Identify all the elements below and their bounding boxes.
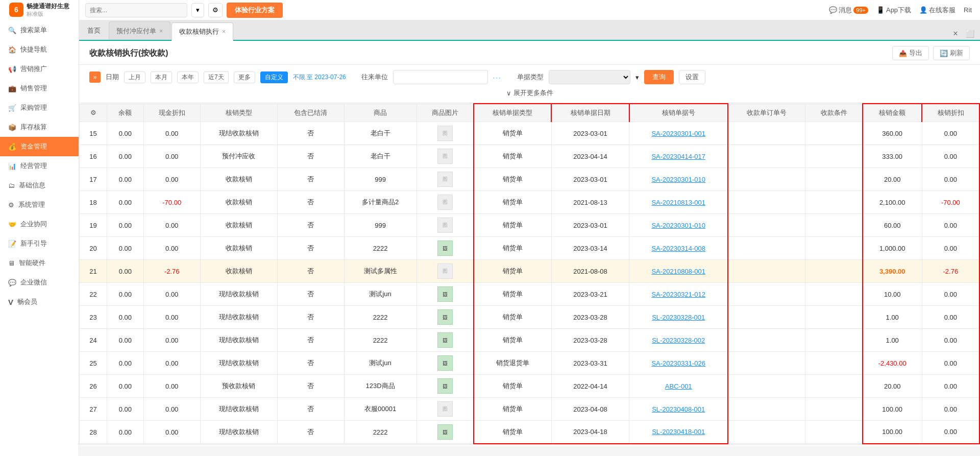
tab-close-prepay[interactable]: × [159,28,163,35]
partner-dots[interactable]: ··· [493,74,502,81]
cell-writeoff: 0.00 [922,329,979,352]
export-button[interactable]: 📤 导出 [892,46,929,60]
sidebar-item-search[interactable]: 🔍 搜索菜单 [0,20,79,40]
dropdown-button[interactable]: ▾ [191,3,204,17]
cell-seq: 17 [80,168,107,191]
tab-close-writeoff[interactable]: × [222,28,226,35]
last-month-btn[interactable]: 上月 [124,71,145,83]
cell-img: 图 [416,260,474,283]
sidebar-item-purchase[interactable]: 🛒 采购管理 [0,98,79,117]
cell-type: 现结收款核销 [200,398,277,421]
sidebar-item-wxwork[interactable]: 💬 企业微信 [0,273,79,292]
cell-settled: 否 [277,329,344,352]
sidebar-item-nav[interactable]: 🏠 快捷导航 [0,40,79,59]
refresh-button[interactable]: 🔄 刷新 [933,46,970,60]
cell-goods: 测试jun [344,283,416,306]
cell-seq: 15 [80,122,107,145]
cell-bill-type: 销货单 [474,329,551,352]
cell-condition [805,421,863,444]
trial-button[interactable]: 体验行业方案 [227,3,283,18]
sidebar-item-collab[interactable]: 🤝 企业协同 [0,214,79,234]
sidebar-item-system[interactable]: ⚙ 系统管理 [0,195,79,214]
cell-bill-no[interactable]: SA-20230331-026 [629,352,728,375]
cell-discount: 0.00 [143,375,200,398]
cell-settled: 否 [277,352,344,375]
cell-balance: 0.00 [107,283,144,306]
cell-bill-no[interactable]: SA-20230301-001 [629,122,728,145]
cell-bill-date: 2023-03-21 [551,283,629,306]
sidebar-item-finance[interactable]: 💰 资金管理 [0,137,79,156]
cell-amount: 100.00 [863,421,922,444]
sidebar-item-inventory[interactable]: 📦 库存核算 [0,117,79,137]
setting-button[interactable]: 设置 [679,70,705,84]
custom-period-btn[interactable]: 自定义 [260,71,288,83]
tab-home[interactable]: 首页 [79,21,109,40]
this-year-btn[interactable]: 本年 [177,71,199,83]
sidebar-item-marketing[interactable]: 📢 营销推广 [0,59,79,79]
query-button[interactable]: 查询 [644,70,674,84]
cell-bill-no[interactable]: SL-20230418-001 [629,421,728,444]
system-icon: ⚙ [8,201,14,209]
cell-bill-no[interactable]: SL-20230328-002 [629,329,728,352]
cell-type: 收款核销 [200,260,277,283]
partner-input[interactable] [393,70,488,84]
cell-settled: 否 [277,122,344,145]
cell-bill-no[interactable]: SL-20230408-001 [629,398,728,421]
this-month-btn[interactable]: 本月 [151,71,172,83]
cell-settled: 否 [277,283,344,306]
sidebar-item-guide[interactable]: 📝 新手引导 [0,234,79,253]
sidebar-item-basic[interactable]: 🗂 基础信息 [0,176,79,195]
search-input[interactable] [85,3,187,17]
cell-bill-no[interactable]: ABC-001 [629,375,728,398]
cell-bill-no[interactable]: SL-20230328-001 [629,306,728,329]
cell-bill-no[interactable]: SA-20230314-008 [629,237,728,260]
gear-button[interactable]: ⚙ [208,3,223,17]
last-7days-btn[interactable]: 近7天 [204,71,229,83]
type-select[interactable] [549,70,630,84]
cell-settled: 否 [277,260,344,283]
cell-order-no [728,329,805,352]
cell-writeoff: 0.00 [922,145,979,168]
cell-img: 🖼 [416,306,474,329]
cell-bill-no[interactable]: SA-20230414-017 [629,145,728,168]
cell-writeoff: 0.00 [922,214,979,237]
tab-writeoff[interactable]: 收款核销执行 × [172,22,233,41]
app-download-btn[interactable]: 📱 App下载 [876,6,911,15]
sidebar-item-ops[interactable]: 📊 经营管理 [0,156,79,176]
expand-left-button[interactable]: » [89,71,101,83]
cell-bill-no[interactable]: SA-20230301-010 [629,214,728,237]
cell-bill-no[interactable]: SA-20230321-012 [629,283,728,306]
cell-order-no [728,260,805,283]
cell-amount: 60.00 [863,214,922,237]
sidebar-item-hardware[interactable]: 🖥 智能硬件 [0,253,79,273]
message-btn[interactable]: 💬 消息 99+ [829,6,868,15]
cell-order-no [728,306,805,329]
more-periods-btn[interactable]: 更多 [234,71,255,83]
tab-prepay[interactable]: 预付冲应付单 × [109,21,170,40]
tab-maximize-button[interactable]: ⬜ [964,28,976,40]
table-row: 17 0.00 0.00 收款核销 否 999 图 销货单 2023-03-01… [80,168,980,191]
cell-bill-date: 2021-08-13 [551,191,629,214]
cell-bill-no[interactable]: SA-20210808-001 [629,260,728,283]
cell-condition [805,352,863,375]
cell-discount: -2.76 [143,260,200,283]
vip-icon: V [8,298,13,306]
sidebar-item-vip[interactable]: V 畅会员 [0,292,79,311]
sidebar-item-sales[interactable]: 💼 销售管理 [0,79,79,98]
cell-writeoff: 0.00 [922,283,979,306]
type-label: 单据类型 [517,73,544,82]
cell-bill-date: 2023-03-01 [551,122,629,145]
online-service-btn[interactable]: 👤 在线客服 [919,6,955,15]
expand-more-btn[interactable]: ∨ 展开更多条件 [506,88,553,98]
cell-bill-no[interactable]: SA-20210813-001 [629,191,728,214]
cell-condition [805,398,863,421]
cell-goods: 老白干 [344,145,416,168]
cell-amount: 333.00 [863,145,922,168]
col-discount-header: 现金折扣 [143,104,200,122]
col-type-header: 核销类型 [200,104,277,122]
cell-bill-date: 2023-03-14 [551,237,629,260]
tab-minimize-button[interactable]: × [949,28,962,40]
cell-settled: 否 [277,191,344,214]
cell-bill-no[interactable]: SA-20230301-010 [629,168,728,191]
table-row: 28 0.00 0.00 现结收款核销 否 2222 🖼 销货单 2023-04… [80,421,980,444]
